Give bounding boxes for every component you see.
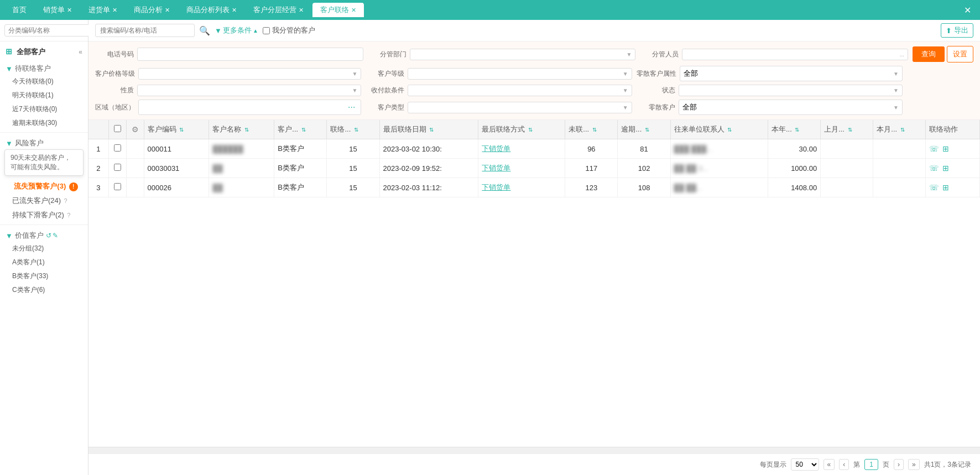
nav-tab-sales[interactable]: 销货单 ✕ <box>35 3 80 17</box>
cell-checkbox[interactable] <box>108 159 126 178</box>
filter-region-field: 区域（地区） ··· <box>95 100 361 115</box>
zero-attr-select[interactable]: 全部 ▼ <box>680 66 903 81</box>
sidebar-item-overdue[interactable]: 逾期未联络(30) <box>0 116 88 130</box>
sidebar-item-churned[interactable]: 已流失客户(24) ? <box>0 194 88 208</box>
refresh-icon[interactable]: ↺ <box>46 232 51 239</box>
th-name[interactable]: 客户名称 ⇅ <box>209 120 274 139</box>
th-last-contact-date[interactable]: 最后联络日期 ⇅ <box>379 120 478 139</box>
sidebar-item-churn-warning[interactable]: 流失预警客户(3) ! <box>0 179 88 194</box>
th-no-contact[interactable]: 未联... ⇅ <box>565 120 618 139</box>
nav-tab-customer-contact[interactable]: 客户联络 ✕ <box>312 3 364 17</box>
more-action-icon[interactable]: ⊞ <box>942 183 949 192</box>
th-unit-contact[interactable]: 往来单位联系人 ⇅ <box>670 120 768 139</box>
sidebar-item-declining[interactable]: 持续下滑客户(2) ? <box>0 208 88 222</box>
table-row: 1 000011 ██████ B类客户 15 2023-03-02 10:30… <box>88 139 980 159</box>
price-level-select[interactable]: ▼ <box>138 68 361 80</box>
nature-select[interactable]: ▼ <box>137 85 361 96</box>
th-this-month[interactable]: 本月... ⇅ <box>873 120 926 139</box>
row-checkbox[interactable] <box>114 144 121 152</box>
my-customers-checkbox-label[interactable]: 我分管的客户 <box>263 25 315 35</box>
more-action-icon[interactable]: ⊞ <box>942 144 949 153</box>
close-icon[interactable]: ✕ <box>112 7 117 14</box>
nav-tab-purchase[interactable]: 进货单 ✕ <box>81 3 125 17</box>
edit-icon[interactable]: ✎ <box>53 232 58 239</box>
contact-method-link[interactable]: 下销货单 <box>482 144 510 153</box>
th-index <box>88 120 108 139</box>
cell-last-contact-method[interactable]: 下销货单 <box>478 178 565 197</box>
close-icon[interactable]: ✕ <box>165 7 170 14</box>
close-icon[interactable]: ✕ <box>351 7 356 14</box>
th-gear[interactable]: ⚙ <box>126 120 144 139</box>
sidebar-item-b-class[interactable]: B类客户(33) <box>0 269 88 283</box>
export-button[interactable]: ⬆ 导出 <box>941 23 973 38</box>
my-customers-checkbox[interactable] <box>263 27 270 34</box>
first-page-button[interactable]: « <box>823 459 835 470</box>
close-icon[interactable]: ✕ <box>232 7 237 14</box>
nav-tab-analysis[interactable]: 商品分析 ✕ <box>126 3 178 17</box>
filter-row-2: 客户价格等级 ▼ 客户等级 ▼ 零散客户属性 全部 <box>95 66 973 81</box>
more-conditions-button[interactable]: ▼ 更多条件 ▲ <box>215 25 258 35</box>
sidebar-section-pending[interactable]: ▼ 待联络客户 <box>0 60 88 75</box>
th-this-year[interactable]: 本年... ⇅ <box>768 120 820 139</box>
gear-icon[interactable]: ⚙ <box>132 125 139 134</box>
search-input[interactable] <box>95 24 195 37</box>
sidebar-search-input[interactable] <box>4 24 95 36</box>
search-button[interactable]: 🔍 <box>199 25 210 36</box>
region-select[interactable]: ··· <box>138 100 361 115</box>
th-level[interactable]: 客户... ⇅ <box>274 120 327 139</box>
dept-select[interactable]: ▼ <box>410 49 636 60</box>
nav-tab-home[interactable]: 首页 <box>4 3 34 17</box>
cell-last-contact-method[interactable]: 下销货单 <box>478 159 565 178</box>
more-action-icon[interactable]: ⊞ <box>942 164 949 173</box>
th-contact[interactable]: 联络... ⇅ <box>327 120 379 139</box>
th-last-contact-method[interactable]: 最后联络方式 ⇅ <box>478 120 565 139</box>
select-all-checkbox[interactable] <box>114 125 121 132</box>
sidebar-item-ungrouped[interactable]: 未分组(32) <box>0 242 88 255</box>
more-dots-icon[interactable]: ··· <box>346 102 357 112</box>
sidebar-item-tomorrow[interactable]: 明天待联络(1) <box>0 88 88 102</box>
sidebar-item-c-class[interactable]: C类客户(6) <box>0 283 88 297</box>
th-last-month[interactable]: 上月... ⇅ <box>821 120 873 139</box>
sidebar-section-risk[interactable]: ▼ 风险客户 <box>0 135 88 149</box>
th-overdue[interactable]: 逾期... ⇅ <box>618 120 670 139</box>
close-icon[interactable]: ✕ <box>299 7 304 14</box>
query-button[interactable]: 查询 <box>913 46 945 62</box>
per-page-select[interactable]: 50 20 100 <box>791 458 819 471</box>
sort-icon: ⇅ <box>848 127 852 133</box>
nav-tab-analysis-list[interactable]: 商品分析列表 ✕ <box>179 3 244 17</box>
prev-page-button[interactable]: ‹ <box>839 459 849 470</box>
row-checkbox[interactable] <box>114 164 121 171</box>
table-container[interactable]: ⚙ 客户编码 ⇅ 客户名称 ⇅ 客户... ⇅ <box>88 120 980 447</box>
customer-level-select[interactable]: ▼ <box>408 68 632 80</box>
scrollbar-area[interactable] <box>88 447 980 453</box>
settings-button[interactable]: 设置 <box>947 46 973 62</box>
th-code[interactable]: 客户编码 ⇅ <box>144 120 209 139</box>
status-select[interactable]: ▼ <box>679 85 903 96</box>
nav-tab-customer-tier[interactable]: 客户分层经营 ✕ <box>246 3 311 17</box>
sidebar-item-7days[interactable]: 近7天待联络(0) <box>0 102 88 116</box>
contact-method-link[interactable]: 下销货单 <box>482 183 510 191</box>
cell-checkbox[interactable] <box>108 139 126 159</box>
phone-input[interactable] <box>137 48 363 61</box>
phone-action-icon[interactable]: ☏ <box>929 183 939 192</box>
payment-select[interactable]: ▼ <box>408 85 632 96</box>
customer-type-select[interactable]: ▼ <box>408 102 632 113</box>
sidebar-item-a-class[interactable]: A类客户(1) <box>0 255 88 269</box>
next-page-button[interactable]: › <box>894 459 904 470</box>
manager-select[interactable]: ... <box>682 49 908 60</box>
contact-method-link[interactable]: 下销货单 <box>482 164 510 172</box>
phone-action-icon[interactable]: ☏ <box>929 144 939 153</box>
collapse-icon[interactable]: « <box>79 48 82 56</box>
phone-action-icon[interactable]: ☏ <box>929 164 939 173</box>
close-icon[interactable]: ✕ <box>67 7 72 14</box>
content-area: 🔍 ▼ 更多条件 ▲ 我分管的客户 ⬆ 导出 电话号码 <box>88 20 980 475</box>
sidebar-item-today[interactable]: 今天待联络(0) <box>0 75 88 88</box>
sidebar-root[interactable]: ⊞ 全部客户 « <box>0 44 88 60</box>
cell-last-contact-method[interactable]: 下销货单 <box>478 139 565 159</box>
cell-checkbox[interactable] <box>108 178 126 197</box>
row-checkbox[interactable] <box>114 183 121 190</box>
sidebar-section-value[interactable]: ▼ 价值客户 ↺ ✎ <box>0 227 88 242</box>
window-close-button[interactable]: ✕ <box>960 5 976 15</box>
zero-customer-select[interactable]: 全部 ▼ <box>679 100 903 115</box>
last-page-button[interactable]: » <box>908 459 920 470</box>
